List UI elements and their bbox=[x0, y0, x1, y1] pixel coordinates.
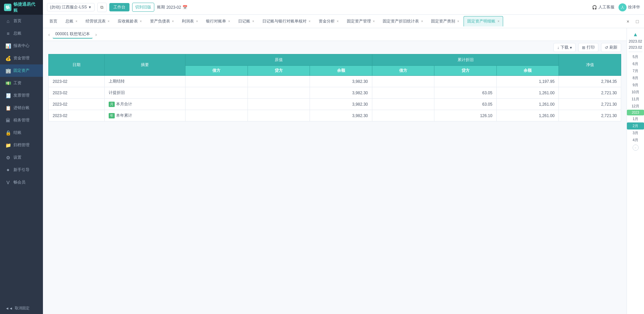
cell-desc: 上期结转 bbox=[104, 76, 185, 87]
download-button[interactable]: ↓ 下载 ▾ bbox=[553, 43, 576, 52]
tab-asset-management[interactable]: 固定资产管理 × bbox=[343, 16, 379, 27]
tab-close-icon[interactable]: × bbox=[108, 19, 110, 23]
pin-button[interactable]: ◄◄ 取消固定 bbox=[0, 302, 43, 314]
download-icon: ↓ bbox=[557, 45, 559, 50]
tab-close-icon[interactable]: × bbox=[337, 19, 339, 23]
next-arrow-icon[interactable]: › bbox=[95, 32, 97, 37]
tab-label: 利润表 bbox=[182, 18, 194, 24]
panel-divider bbox=[629, 52, 642, 52]
month-4[interactable]: 4月 bbox=[627, 137, 644, 144]
print-label: 打印 bbox=[587, 45, 595, 50]
month-7[interactable]: 7月 bbox=[627, 67, 644, 74]
tab-bar-actions: × □ bbox=[624, 17, 641, 25]
scroll-down-dot[interactable]: ○ bbox=[633, 145, 639, 151]
tab-home[interactable]: 首页 bbox=[46, 16, 61, 27]
customer-service-button[interactable]: 🎧 人工客服 bbox=[592, 4, 614, 10]
sidebar-item-close[interactable]: 🔒 结账 bbox=[0, 126, 43, 139]
sidebar-item-reports[interactable]: 📊 报表中心 bbox=[0, 40, 43, 52]
cell-dep-balance: 1,197.95 bbox=[496, 76, 559, 87]
tab-close-icon[interactable]: × bbox=[75, 19, 77, 23]
th-orig-debit: 借方 bbox=[185, 66, 248, 76]
sidebar-item-vip[interactable]: V 畅会员 bbox=[0, 176, 43, 189]
period-item-top2[interactable]: 2023.02 bbox=[627, 44, 644, 50]
month-10[interactable]: 10月 bbox=[627, 89, 644, 96]
sidebar-item-label: 首页 bbox=[13, 18, 21, 24]
period-item-top1[interactable]: 2023.02 bbox=[627, 38, 644, 44]
refresh-button[interactable]: ↺ 刷新 bbox=[601, 43, 621, 52]
tab-profit[interactable]: 利润表 × bbox=[178, 16, 202, 27]
tab-close-icon[interactable]: × bbox=[252, 19, 254, 23]
sidebar-item-newbie[interactable]: ✦ 新手引导 bbox=[0, 164, 43, 176]
sidebar-item-funds[interactable]: 💰 资金管理 bbox=[0, 52, 43, 64]
tab-asset-category[interactable]: 固定资产类别 × bbox=[427, 16, 463, 27]
tab-close-icon[interactable]: × bbox=[228, 19, 230, 23]
th-orig-credit: 贷方 bbox=[248, 66, 310, 76]
tab-business-status[interactable]: 经营状况表 × bbox=[82, 16, 113, 27]
tab-close-icon[interactable]: × bbox=[421, 19, 423, 23]
company-selector[interactable]: (勿动) 江西服企-LSS ▼ bbox=[47, 3, 95, 11]
prev-arrow-icon[interactable]: ‹ bbox=[48, 32, 50, 37]
subnav-asset-item[interactable]: 000001 联想笔记本 bbox=[53, 30, 93, 39]
sidebar-item-tax[interactable]: 🏛 税务管理 bbox=[0, 114, 43, 126]
tab-journal[interactable]: 日记账 × bbox=[234, 16, 258, 27]
period-label: 账期 2023-02 📅 bbox=[157, 4, 187, 10]
tab-receivable-aging[interactable]: 应收账龄表 × bbox=[114, 16, 146, 27]
print-button[interactable]: ⊞ 打印 bbox=[578, 43, 598, 52]
tab-close-icon[interactable]: × bbox=[196, 19, 198, 23]
sidebar-item-archive[interactable]: 📁 归档管理 bbox=[0, 139, 43, 151]
period-prefix: 账期 bbox=[157, 4, 165, 10]
year-badge-2023: 2023 bbox=[627, 110, 644, 115]
cell-orig-credit bbox=[248, 99, 310, 110]
pin-label: 取消固定 bbox=[15, 306, 30, 311]
cell-orig-credit bbox=[248, 76, 310, 87]
month-3[interactable]: 3月 bbox=[627, 129, 644, 137]
logo-icon: 畅 bbox=[4, 4, 11, 11]
asset-detail-table: 日期 摘要 原值 累计折旧 净值 借方 贷方 余额 借方 贷方 余额 bbox=[48, 54, 621, 121]
month-11[interactable]: 11月 bbox=[627, 96, 644, 103]
maximize-button[interactable]: □ bbox=[633, 17, 641, 25]
tab-bank-statement[interactable]: 银行对账单 × bbox=[202, 16, 234, 27]
tab-close-icon[interactable]: × bbox=[140, 19, 142, 23]
sidebar-item-sales[interactable]: 📋 进销台账 bbox=[0, 102, 43, 114]
tab-asset-detail[interactable]: 固定资产明细账 × bbox=[464, 16, 503, 27]
user-profile-button[interactable]: 人 徐泽华 bbox=[619, 3, 640, 11]
sidebar-item-label: 工资 bbox=[13, 80, 21, 86]
month-1[interactable]: 1月 bbox=[627, 115, 644, 122]
workbench-button[interactable]: 工作台 bbox=[109, 3, 129, 11]
tab-ledger[interactable]: 总账 × bbox=[62, 16, 81, 27]
sidebar-item-ledger[interactable]: ≡ 总账 bbox=[0, 27, 43, 40]
close-all-tabs-button[interactable]: × bbox=[624, 17, 632, 25]
tab-close-icon[interactable]: × bbox=[172, 19, 174, 23]
scroll-up-button[interactable]: ▲ bbox=[632, 31, 639, 38]
tab-close-icon[interactable]: × bbox=[309, 19, 311, 23]
newbie-icon: ✦ bbox=[5, 167, 11, 173]
tab-journal-reconcile[interactable]: 日记账与银行对账单核对 × bbox=[259, 16, 314, 27]
copy-button[interactable]: ⧉ bbox=[97, 3, 107, 12]
tab-asset-depreciation-stats[interactable]: 固定资产折旧统计表 × bbox=[379, 16, 427, 27]
month-6[interactable]: 6月 bbox=[627, 60, 644, 67]
sidebar-item-salary[interactable]: 💵 工资 bbox=[0, 77, 43, 89]
cell-orig-credit bbox=[248, 87, 310, 99]
month-9[interactable]: 9月 bbox=[627, 82, 644, 89]
th-date: 日期 bbox=[49, 54, 105, 76]
th-desc: 摘要 bbox=[104, 54, 185, 76]
tab-fund-analysis[interactable]: 资金分析 × bbox=[315, 16, 342, 27]
sidebar-item-settings[interactable]: ⚙ 设置 bbox=[0, 151, 43, 164]
cell-orig-balance: 3,982.30 bbox=[310, 110, 372, 121]
sidebar-item-home[interactable]: ⌂ 首页 bbox=[0, 15, 43, 27]
cell-orig-balance: 3,982.30 bbox=[310, 87, 372, 99]
tab-close-icon[interactable]: × bbox=[457, 19, 459, 23]
tab-balance-sheet[interactable]: 资产负债表 × bbox=[146, 16, 178, 27]
tab-bar: 首页 总账 × 经营状况表 × 应收账龄表 × 资产负债表 × 利润表 × 银行… bbox=[43, 15, 644, 28]
month-8[interactable]: 8月 bbox=[627, 74, 644, 82]
sidebar-item-assets[interactable]: 🏢 固定资产 bbox=[0, 64, 43, 77]
month-12[interactable]: 12月 bbox=[627, 103, 644, 110]
top-header: (勿动) 江西服企-LSS ▼ ⧉ 工作台 切到旧版 账期 2023-02 📅 … bbox=[43, 0, 644, 15]
sidebar-item-invoice[interactable]: 🧾 发票管理 bbox=[0, 89, 43, 102]
switch-version-button[interactable]: 切到旧版 bbox=[132, 3, 154, 12]
tab-close-icon[interactable]: × bbox=[373, 19, 375, 23]
tab-close-icon[interactable]: × bbox=[497, 19, 499, 23]
month-2-active[interactable]: 2月 bbox=[627, 122, 644, 129]
month-5[interactable]: 5月 bbox=[627, 53, 644, 60]
right-panel: ▲ 2023.02 2023.02 5月 6月 7月 8月 9月 10月 11月… bbox=[627, 28, 644, 314]
